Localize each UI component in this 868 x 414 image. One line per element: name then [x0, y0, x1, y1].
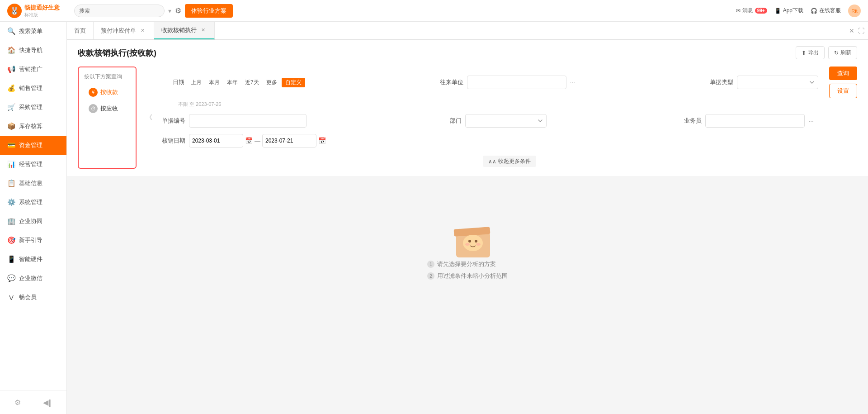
date-field: 日期 上月 本月 本年 近7天 更多 自定义	[162, 78, 305, 87]
tab-bar-actions: ✕ ⛶	[845, 22, 868, 39]
partner-more-btn[interactable]: ···	[570, 79, 576, 86]
sidebar-item-system[interactable]: ⚙️ 系统管理	[0, 193, 66, 212]
sidebar-item-smart-hw[interactable]: 📱 智能硬件	[0, 250, 66, 269]
sidebar-bottom: ⚙ ◀‖	[0, 390, 66, 414]
gear-button[interactable]: ⚙	[175, 6, 181, 15]
refresh-button[interactable]: ↻ 刷新	[828, 46, 857, 59]
staff-label: 业务员	[679, 117, 702, 125]
settings-icon[interactable]: ⚙	[14, 398, 21, 407]
partner-input[interactable]	[467, 76, 566, 89]
finance-icon: 💳	[7, 141, 15, 149]
tab-close-prepay[interactable]: ✕	[139, 27, 146, 34]
beginner-icon: 🎯	[7, 236, 15, 244]
filter-option-by-receipt[interactable]: ¥ 按收款	[84, 85, 130, 100]
cancel-date-label: 核销日期	[162, 137, 185, 145]
svg-point-3	[468, 240, 471, 243]
collapse-sidebar-icon[interactable]: ◀‖	[43, 398, 52, 407]
shortcut-last-month[interactable]: 上月	[188, 78, 204, 87]
cal-from-icon[interactable]: 📅	[245, 137, 253, 144]
date-shortcuts: 上月 本月 本年 近7天 更多 自定义	[188, 78, 305, 87]
chevron-down-icon[interactable]: ▾	[168, 7, 171, 14]
partner-label: 往来单位	[440, 78, 463, 86]
sales-icon: 💰	[7, 84, 15, 92]
cancel-date-from-input[interactable]	[189, 134, 243, 148]
doc-no-input[interactable]	[189, 114, 307, 128]
page-header: 收款核销执行(按收款) ⬆ 导出 ↻ 刷新	[67, 40, 868, 59]
doc-type-label: 单据类型	[710, 78, 733, 86]
tab-bar: 首页 预付冲应付单 ✕ 收款核销执行 ✕ ✕ ⛶	[67, 22, 868, 40]
message-btn[interactable]: ✉ 消息 99+	[736, 7, 767, 14]
cancel-date-field: 核销日期 📅 — 📅	[162, 134, 326, 148]
sidebar-item-operations[interactable]: 📊 经营管理	[0, 155, 66, 174]
sidebar-item-marketing[interactable]: 📢 营销推广	[0, 60, 66, 79]
export-button[interactable]: ⬆ 导出	[796, 46, 825, 59]
sidebar-item-inventory[interactable]: 📦 库存核算	[0, 117, 66, 136]
chevron-up-icon: ∧∧	[488, 158, 496, 165]
tab-expand-btn[interactable]: ⛶	[858, 27, 864, 34]
filter-collapse-row: ∧∧ 收起更多条件	[162, 154, 857, 169]
filter-row-1: 日期 上月 本月 本年 近7天 更多 自定义	[162, 67, 857, 98]
cancel-date-to-input[interactable]	[262, 134, 316, 148]
sidebar-item-search[interactable]: 🔍 搜索菜单	[0, 22, 66, 41]
tab-close-btn[interactable]: ✕	[849, 27, 854, 34]
shortcut-this-year[interactable]: 本年	[224, 78, 241, 87]
panel-collapse-btn[interactable]: 《	[144, 104, 155, 131]
filter-row-2: 单据编号 部门	[162, 114, 857, 128]
logo-icon: 🐰	[7, 4, 22, 18]
shortcut-custom[interactable]: 自定义	[282, 78, 305, 87]
dept-select[interactable]	[465, 114, 547, 128]
search-icon: 🔍	[7, 27, 15, 35]
online-service-btn[interactable]: 🎧 在线客服	[811, 7, 841, 14]
user-avatar[interactable]: Rit	[848, 5, 861, 17]
sidebar-item-beginner[interactable]: 🎯 新手引导	[0, 231, 66, 250]
sidebar-item-purchase[interactable]: 🛒 采购管理	[0, 98, 66, 117]
logo-area: 🐰 畅捷通好生意 标准版	[7, 4, 74, 18]
doc-no-field: 单据编号	[162, 114, 307, 128]
marketing-icon: 📢	[7, 65, 15, 73]
filter-option-by-receivable[interactable]: ⏱ 按应收	[84, 101, 130, 116]
collapse-more-btn[interactable]: ∧∧ 收起更多条件	[483, 156, 536, 167]
app-download-btn[interactable]: 📱 App下载	[774, 7, 803, 14]
date-label: 日期	[162, 78, 184, 86]
receivable-icon: ⏱	[89, 104, 98, 113]
sidebar-item-sales[interactable]: 💰 销售管理	[0, 79, 66, 98]
shortcut-more[interactable]: 更多	[264, 78, 280, 87]
shortcut-this-month[interactable]: 本月	[206, 78, 222, 87]
system-icon: ⚙️	[7, 198, 15, 206]
tab-receipt-cancel[interactable]: 收款核销执行 ✕	[154, 22, 215, 39]
export-icon: ⬆	[802, 50, 806, 56]
message-icon: ✉	[736, 8, 741, 14]
home-icon: 🏠	[7, 46, 15, 54]
settings-button[interactable]: 设置	[829, 84, 857, 98]
enterprise-wx-icon: 💬	[7, 274, 15, 282]
staff-more-btn[interactable]: ···	[808, 117, 814, 124]
industry-btn[interactable]: 体验行业方案	[185, 4, 233, 18]
sidebar-item-quick-nav[interactable]: 🏠 快捷导航	[0, 41, 66, 60]
query-button[interactable]: 查询	[829, 67, 857, 80]
dept-field: 部门	[439, 114, 547, 128]
tab-close-receipt[interactable]: ✕	[199, 26, 207, 34]
tab-home[interactable]: 首页	[67, 22, 94, 39]
basic-info-icon: 📋	[7, 179, 15, 187]
date-sublabel: 不限 至 2023-07-26	[178, 101, 857, 108]
sidebar-item-finance[interactable]: 💳 资金管理	[0, 136, 66, 155]
sidebar-item-enterprise-wx[interactable]: 💬 企业微信	[0, 269, 66, 288]
empty-state: 1 请先选择要分析的方案 2 用过滤条件来缩小分析范围	[67, 176, 868, 316]
doc-type-select[interactable]	[737, 76, 818, 89]
sidebar: 🔍 搜索菜单 🏠 快捷导航 📢 营销推广 💰 销售管理 🛒 采购管理 📦 库存核…	[0, 22, 67, 414]
cancel-date-range: 📅 — 📅	[189, 134, 326, 148]
headset-icon: 🎧	[811, 8, 817, 14]
search-area: ▾ ⚙ 体验行业方案	[74, 4, 736, 18]
purchase-icon: 🛒	[7, 103, 15, 111]
doc-no-label: 单据编号	[162, 117, 185, 125]
search-input[interactable]	[74, 5, 165, 17]
operations-icon: 📊	[7, 160, 15, 168]
cal-to-icon[interactable]: 📅	[318, 137, 326, 144]
tab-prepay-order[interactable]: 预付冲应付单 ✕	[94, 22, 154, 39]
shortcut-last-7days[interactable]: 近7天	[242, 78, 262, 87]
svg-point-5	[465, 243, 470, 246]
sidebar-item-basic-info[interactable]: 📋 基础信息	[0, 174, 66, 193]
sidebar-item-member[interactable]: V 畅会员	[0, 288, 66, 307]
sidebar-item-enterprise-collab[interactable]: 🏢 企业协同	[0, 212, 66, 231]
staff-input[interactable]	[705, 114, 805, 128]
